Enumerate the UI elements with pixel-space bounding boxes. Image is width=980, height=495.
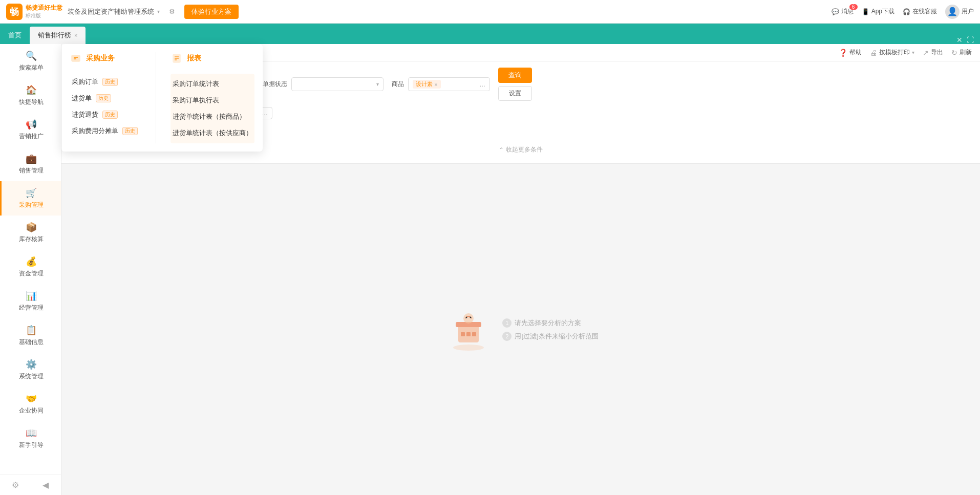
sidebar-item-quick-nav-label: 快捷导航: [19, 98, 44, 106]
menu-item-order-exec[interactable]: 采购订单执行表: [171, 92, 254, 109]
tab-sales-rank[interactable]: 销售排行榜 ×: [30, 27, 86, 44]
menu-item-inbound-stats-supplier[interactable]: 进货单统计表（按供应商）: [171, 125, 254, 141]
tab-home-label: 首页: [8, 31, 22, 40]
goods-tag-close[interactable]: ×: [434, 81, 437, 88]
print-icon: 🖨: [870, 49, 877, 57]
tab-bar: 首页 销售排行榜 × ✕ ⛶: [0, 24, 980, 44]
menu-item-inbound-stats-goods[interactable]: 进货单统计表（按商品）: [171, 109, 254, 125]
sidebar-item-guide[interactable]: 📖 新手引导: [0, 421, 61, 456]
config-button[interactable]: 设置: [498, 86, 532, 101]
menu-item-purchase-order[interactable]: 采购订单 历史: [70, 74, 141, 90]
report-section-title: 报表: [171, 52, 254, 68]
export-icon: ↗: [923, 49, 929, 57]
online-service-button[interactable]: 🎧 在线客服: [903, 7, 937, 16]
logo-area: 畅 畅捷通好生意 标准版: [6, 4, 62, 20]
sidebar-item-inventory-label: 库存核算: [19, 235, 44, 244]
export-button[interactable]: ↗ 导出: [923, 48, 943, 57]
industry-button[interactable]: 体验行业方案: [184, 5, 239, 19]
goods-tag: 设计素 ×: [413, 80, 440, 89]
inbound-history: 历史: [96, 94, 111, 102]
voucher-status-select[interactable]: ▾: [291, 77, 384, 91]
logo-text: 畅捷通好生意 标准版: [26, 4, 62, 19]
sidebar-item-operations[interactable]: 📊 经营管理: [0, 284, 61, 318]
sidebar-bottom: ⚙ ◀: [0, 475, 61, 495]
sidebar-collapse-btn[interactable]: ◀: [31, 475, 61, 495]
sidebar-item-basic-info[interactable]: 📋 基础信息: [0, 318, 61, 353]
sidebar-item-inventory[interactable]: 📦 库存核算: [0, 216, 61, 250]
report-section-icon: [171, 52, 183, 64]
tab-actions: ✕ ⛶: [956, 36, 980, 44]
tab-close-icon[interactable]: ×: [74, 32, 77, 38]
report-items-bg: 采购订单统计表 采购订单执行表 进货单统计表（按商品） 进货单统计表（按供应商）: [171, 74, 254, 143]
purchase-business-section: 采购业务 采购订单 历史 进货单 历史 进货退货 历史 采购费用分摊单 历史: [70, 52, 141, 143]
menu-item-order-stats[interactable]: 采购订单统计表: [171, 76, 254, 92]
print-dropdown-icon[interactable]: ▾: [912, 50, 914, 55]
goods-filter: 商品 设计素 × …: [392, 77, 490, 91]
logo-main: 畅捷通好生意: [26, 4, 62, 12]
export-label: 导出: [931, 48, 943, 57]
box-icon: 📦: [26, 222, 37, 233]
clipboard-icon: 📋: [26, 325, 37, 336]
sidebar-settings-btn[interactable]: ⚙: [0, 475, 31, 495]
goods-more-btn[interactable]: …: [479, 81, 485, 88]
purchase-section-icon: [70, 52, 82, 64]
svg-rect-3: [461, 332, 465, 336]
goods-select[interactable]: 设计素 × …: [408, 77, 490, 91]
empty-image: [443, 304, 494, 355]
voucher-status-label: 单据状态: [263, 80, 287, 89]
refresh-icon: ↻: [951, 49, 957, 57]
tab-expand-icon[interactable]: ⛶: [967, 36, 974, 44]
report-section: 报表 采购订单统计表 采购订单执行表 进货单统计表（按商品） 进货单统计表（按供…: [171, 52, 254, 143]
collapse-button[interactable]: ⌃ 收起更多条件: [488, 142, 553, 157]
purchase-section-title: 采购业务: [70, 52, 141, 68]
sidebar-item-purchase[interactable]: 🛒 采购管理: [0, 181, 61, 216]
sidebar-item-search[interactable]: 🔍 搜索菜单: [0, 44, 61, 78]
sidebar-item-enterprise[interactable]: 🤝 企业协同: [0, 387, 61, 421]
logo-sub: 标准版: [26, 12, 62, 19]
menu-item-inbound[interactable]: 进货单 历史: [70, 90, 141, 106]
purchase-order-history: 历史: [102, 78, 118, 86]
sidebar: 🔍 搜索菜单 🏠 快捷导航 📢 营销推广 💼 销售管理 🛒 采购管理 📦 库存核…: [0, 44, 61, 495]
money-icon: 💰: [26, 256, 37, 267]
help-label: 帮助: [849, 48, 862, 57]
top-right-area: 💬 消息 6 📱 App下载 🎧 在线客服 👤 用户: [832, 5, 974, 19]
system-title: 装备及固定资产辅助管理系统: [68, 7, 154, 16]
search-button[interactable]: 查询: [498, 68, 532, 83]
svg-point-0: [453, 345, 484, 351]
inbound-stats-supplier-label: 进货单统计表（按供应商）: [173, 128, 252, 138]
inbound-return-label: 进货退货: [72, 110, 98, 119]
inbound-stats-goods-label: 进货单统计表（按商品）: [173, 112, 246, 121]
svg-point-7: [466, 316, 467, 318]
headset-icon: 🎧: [903, 8, 910, 15]
search-btn-group: 查询 设置: [498, 68, 532, 101]
inbound-label: 进货单: [72, 94, 92, 103]
sidebar-item-capital[interactable]: 💰 资金管理: [0, 250, 61, 284]
goods-label: 商品: [392, 80, 404, 89]
purchase-order-label: 采购订单: [72, 77, 98, 87]
sidebar-item-sales[interactable]: 💼 销售管理: [0, 147, 61, 181]
app-download-button[interactable]: 📱 App下载: [862, 7, 894, 16]
voucher-status-dropdown: ▾: [376, 81, 379, 87]
tab-close-all-icon[interactable]: ✕: [956, 36, 963, 44]
sidebar-item-quick-nav[interactable]: 🏠 快捷导航: [0, 78, 61, 113]
system-dropdown-arrow[interactable]: ▾: [157, 9, 160, 14]
refresh-button[interactable]: ↻ 刷新: [951, 48, 972, 57]
voucher-status-filter: 单据状态 ▾: [263, 77, 384, 91]
report-section-title-text: 报表: [187, 54, 201, 63]
cart-icon: 🛒: [26, 187, 37, 199]
help-button[interactable]: ❓ 帮助: [839, 48, 862, 57]
tab-home[interactable]: 首页: [0, 27, 30, 44]
svg-rect-9: [72, 55, 80, 61]
sidebar-item-marketing[interactable]: 📢 营销推广: [0, 113, 61, 147]
home-icon: 🏠: [26, 84, 37, 96]
order-exec-label: 采购订单执行表: [173, 96, 219, 105]
settings-icon[interactable]: ⚙: [165, 5, 179, 19]
svg-point-6: [463, 313, 474, 324]
print-button[interactable]: 🖨 按模板打印 ▾: [870, 48, 914, 57]
menu-item-purchase-expense[interactable]: 采购费用分摊单 历史: [70, 123, 141, 139]
menu-item-inbound-return[interactable]: 进货退货 历史: [70, 106, 141, 123]
book-icon: 📖: [26, 427, 37, 439]
messages-button[interactable]: 💬 消息 6: [832, 7, 854, 16]
sidebar-item-system[interactable]: ⚙️ 系统管理: [0, 353, 61, 387]
user-area[interactable]: 👤 用户: [945, 5, 974, 19]
